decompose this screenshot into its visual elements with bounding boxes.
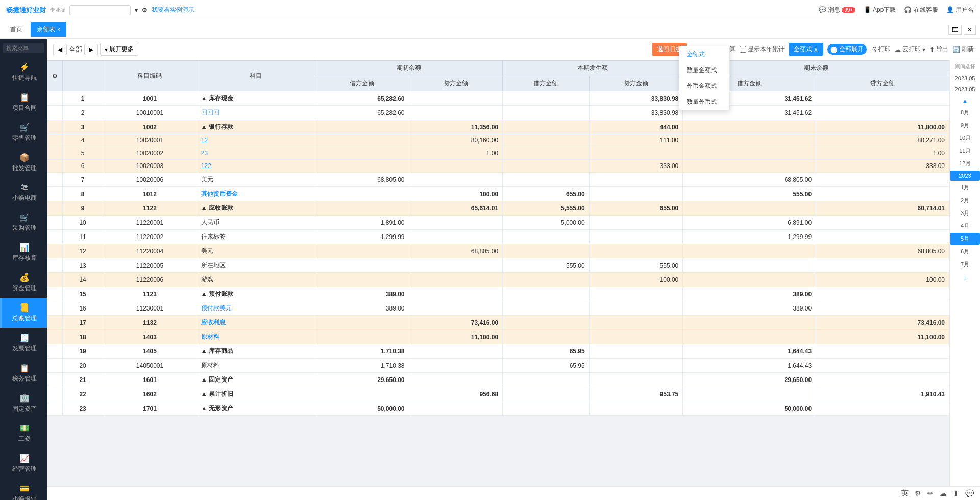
rp-10[interactable]: 10月 xyxy=(950,132,980,144)
rp-2023-05b[interactable]: 2023.05 xyxy=(950,84,980,94)
credit-close: 60,714.01 xyxy=(816,201,949,216)
debit-open xyxy=(315,330,409,344)
bottom-chat-icon[interactable]: 💬 xyxy=(965,489,974,497)
rp-2023[interactable]: 2023 xyxy=(950,171,980,181)
sidebar-item-operations[interactable]: 📈 经营管理 xyxy=(0,448,47,479)
dropdown-item-foreign[interactable]: 外币金额式 xyxy=(679,78,729,94)
sidebar-search-input[interactable] xyxy=(3,43,44,53)
row-code: 10020002 xyxy=(103,147,197,160)
row-subject[interactable]: 12 xyxy=(197,134,315,147)
rp-5[interactable]: 5月 xyxy=(950,233,980,245)
row-subject[interactable]: 122 xyxy=(197,160,315,173)
sidebar-item-ledger[interactable]: 📒 总账管理 xyxy=(0,298,47,328)
rp-12[interactable]: 12月 xyxy=(950,158,980,170)
rp-2023-05a[interactable]: 2023.05 xyxy=(950,73,980,83)
credit-curr: 100.00 xyxy=(589,273,683,287)
search-input[interactable] xyxy=(69,5,131,15)
row-subject[interactable]: 预付款美元 xyxy=(197,301,315,316)
refresh-btn[interactable]: 🔄 刷新 xyxy=(952,45,974,54)
sidebar-item-invoice[interactable]: 🧾 发票管理 xyxy=(0,328,47,358)
print-btn[interactable]: 🖨 打印 xyxy=(871,45,891,54)
credit-close xyxy=(816,373,949,387)
export-btn[interactable]: ⬆ 导出 xyxy=(929,45,948,54)
sidebar-item-project[interactable]: 📋 项目合同 xyxy=(0,87,47,117)
rp-1[interactable]: 1月 xyxy=(950,182,980,194)
show-year-label[interactable]: 显示本年累计 xyxy=(740,45,785,54)
restore-window-btn[interactable]: 🗖 xyxy=(948,25,962,35)
row-code: 10010001 xyxy=(103,106,197,120)
row-settings xyxy=(47,387,63,401)
credit-close: 1.00 xyxy=(816,147,949,160)
rp-8[interactable]: 8月 xyxy=(950,107,980,118)
sidebar-item-wholesale[interactable]: 📦 批发管理 xyxy=(0,148,47,178)
sidebar-item-expense[interactable]: 💳 小畅报销 xyxy=(0,479,47,500)
cloud-print-icon: ☁ xyxy=(895,46,901,53)
row-no: 3 xyxy=(63,120,103,134)
row-no: 5 xyxy=(63,147,103,160)
retail-icon: 🛒 xyxy=(2,123,47,132)
nav-prev-btn[interactable]: ◀ xyxy=(53,44,67,55)
logo-sub: 专业版 xyxy=(50,7,65,14)
user-avatar[interactable]: 👤 用户名 xyxy=(946,6,974,14)
settings-icon[interactable]: ⚙ xyxy=(142,7,148,14)
sidebar-item-assets[interactable]: 🏢 固定资产 xyxy=(0,388,47,418)
dropdown-item-qty-amount[interactable]: 数量金额式 xyxy=(679,62,729,78)
bottom-settings-icon[interactable]: ⚙ xyxy=(915,489,921,497)
nav-next-btn[interactable]: ▶ xyxy=(84,44,98,55)
message-btn[interactable]: 💬 消息 99+ xyxy=(819,6,856,14)
sidebar-item-quicknav[interactable]: ⚡ 快捷导航 xyxy=(0,57,47,87)
cloud-print-btn[interactable]: ☁ 云打印 ▾ xyxy=(895,45,925,54)
rp-6[interactable]: 6月 xyxy=(950,246,980,257)
rp-4[interactable]: 4月 xyxy=(950,220,980,232)
demo-link[interactable]: 我要看实例演示 xyxy=(152,6,194,14)
sidebar-item-tax[interactable]: 📋 税务管理 xyxy=(0,358,47,388)
app-download-btn[interactable]: 📱 App下载 xyxy=(864,6,896,14)
row-subject[interactable]: 应收利息 xyxy=(197,316,315,330)
dropdown-item-qty-foreign[interactable]: 数量外币式 xyxy=(679,94,729,110)
row-subject[interactable]: 23 xyxy=(197,147,315,160)
table-main[interactable]: ⚙ 科目编码 科目 期初余额 本期发生额 期末余额 借方金额 贷方金额 借方金额 xyxy=(47,60,949,486)
sidebar-item-ecommerce[interactable]: 🛍 小畅电商 xyxy=(0,178,47,207)
bottom-edit-icon[interactable]: ✏ xyxy=(927,489,934,497)
rp-7[interactable]: 7月 xyxy=(950,258,980,270)
toolbar-left: ◀ 全部 ▶ ▾ 展开更多 xyxy=(53,43,648,56)
style-dropdown-menu: 金额式 数量金额式 外币金额式 数量外币式 xyxy=(679,46,730,110)
col-settings[interactable]: ⚙ xyxy=(47,61,63,91)
col-opening-header: 期初余额 xyxy=(315,61,502,76)
expand-btn[interactable]: ▾ 展开更多 xyxy=(100,43,138,56)
tab-balance-sheet[interactable]: 余额表 × xyxy=(31,22,66,37)
close-window-btn[interactable]: ✕ xyxy=(964,25,976,35)
sidebar-item-finance[interactable]: 💰 资金管理 xyxy=(0,268,47,298)
rp-3[interactable]: 3月 xyxy=(950,207,980,219)
row-subject[interactable]: 其他货币资金 xyxy=(197,187,315,201)
debit-open xyxy=(315,316,409,330)
row-subject[interactable]: 回回回 xyxy=(197,106,315,120)
sidebar-item-retail[interactable]: 🛒 零售管理 xyxy=(0,117,47,148)
rp-11[interactable]: 11月 xyxy=(950,145,980,157)
close-tab-icon[interactable]: × xyxy=(57,27,60,32)
sidebar-item-inventory[interactable]: 📊 库存核算 xyxy=(0,237,47,268)
finance-icon: 💰 xyxy=(2,273,47,282)
credit-close xyxy=(816,187,949,201)
table-row: 2014050001原材料1,710.3865.951,644.43 xyxy=(47,359,949,373)
style-btn[interactable]: 金额式 ∧ xyxy=(789,43,823,56)
lang-btn[interactable]: 英 xyxy=(901,489,909,498)
tab-home[interactable]: 首页 xyxy=(4,22,29,37)
online-service-btn[interactable]: 🎧 在线客服 xyxy=(904,6,938,14)
toggle-expand-btn[interactable]: ⬤ 全部展开 xyxy=(827,44,867,55)
sidebar-item-purchase[interactable]: 🛒 采购管理 xyxy=(0,207,47,237)
rp-9[interactable]: 9月 xyxy=(950,120,980,131)
sidebar-item-salary[interactable]: 💵 工资 xyxy=(0,418,47,448)
rp-2[interactable]: 2月 xyxy=(950,195,980,206)
rp-expand-up[interactable]: ▲ xyxy=(950,96,980,106)
row-subject[interactable]: 原材料 xyxy=(197,330,315,344)
dropdown-arrow-icon[interactable]: ▾ xyxy=(135,7,138,14)
rp-expand-down[interactable]: ↓ xyxy=(950,271,980,283)
show-year-checkbox[interactable] xyxy=(740,46,746,53)
row-code: 14050001 xyxy=(103,359,197,373)
toggle-icon: ⬤ xyxy=(830,46,837,53)
bottom-upload-icon[interactable]: ⬆ xyxy=(953,489,959,497)
dropdown-item-amount[interactable]: 金额式 xyxy=(679,46,729,62)
cloud-print-arrow: ▾ xyxy=(922,46,925,53)
bottom-cloud-icon[interactable]: ☁ xyxy=(940,489,947,497)
